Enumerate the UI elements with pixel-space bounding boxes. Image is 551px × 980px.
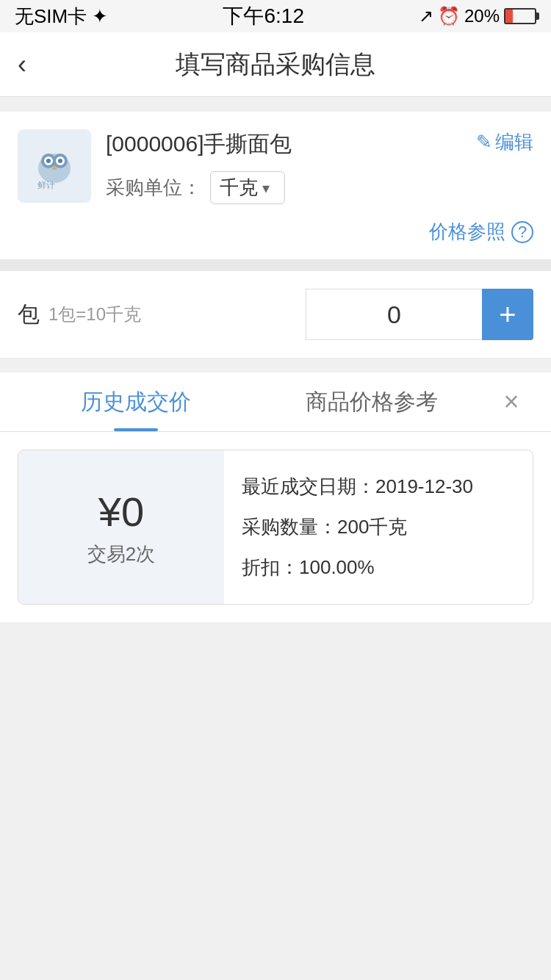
qty-label: 采购数量：: [242, 516, 337, 538]
unit-label: 采购单位：: [106, 175, 201, 201]
product-left: 鲜计 [0000006]手撕面包 采购单位： 千克 ▾: [18, 129, 292, 204]
price-detail-discount: 折扣：100.00%: [242, 553, 515, 582]
price-symbol: ¥: [98, 489, 121, 535]
product-info: [0000006]手撕面包 采购单位： 千克 ▾: [106, 129, 292, 204]
date-label: 最近成交日期：: [242, 475, 375, 497]
unit-select[interactable]: 千克 ▾: [210, 171, 285, 204]
price-ref-row: 价格参照 ?: [18, 219, 533, 245]
price-amount: ¥0: [98, 488, 144, 536]
edit-icon: ✎: [476, 131, 492, 154]
unit-sub-label: 1包=10千克: [48, 303, 141, 326]
section-divider: [0, 259, 551, 271]
page-title: 填写商品采购信息: [176, 48, 375, 82]
tab-active-indicator: [114, 428, 158, 431]
product-unit-row: 采购单位： 千克 ▾: [106, 171, 292, 204]
date-value: 2019-12-30: [375, 475, 473, 497]
product-name: [0000006]手撕面包: [106, 129, 292, 159]
price-card-right: 最近成交日期：2019-12-30 采购数量：200千克 折扣：100.00%: [224, 450, 533, 604]
product-logo: 鲜计: [29, 140, 80, 192]
price-detail-qty: 采购数量：200千克: [242, 513, 515, 541]
status-carrier: 无SIM卡 ✦: [15, 4, 108, 29]
chevron-down-icon: ▾: [262, 179, 270, 197]
status-right: ↗ ⏰ 20%: [419, 6, 536, 26]
discount-label: 折扣：: [242, 556, 299, 578]
main-content: [0, 622, 551, 980]
history-content: ¥0 交易2次 最近成交日期：2019-12-30 采购数量：200千克 折扣：…: [0, 432, 551, 622]
status-time: 下午6:12: [223, 2, 304, 30]
location-icon: ↗: [419, 6, 433, 26]
quantity-plus-button[interactable]: +: [482, 289, 533, 340]
qty-value: 200千克: [337, 516, 407, 538]
edit-button[interactable]: ✎ 编辑: [476, 129, 533, 155]
back-button[interactable]: ‹: [18, 49, 26, 80]
price-ref-link[interactable]: 价格参照: [429, 219, 505, 245]
close-icon: ×: [503, 386, 519, 417]
status-bar: 无SIM卡 ✦ 下午6:12 ↗ ⏰ 20%: [0, 0, 551, 32]
battery-percent: 20%: [464, 6, 500, 26]
unit-value: 千克: [220, 175, 258, 201]
svg-point-5: [46, 159, 51, 163]
tab-price-ref[interactable]: 商品价格参考: [253, 372, 489, 431]
quantity-input[interactable]: [306, 289, 482, 340]
edit-label: 编辑: [495, 129, 533, 155]
discount-value: 100.00%: [299, 556, 375, 578]
svg-text:鲜计: 鲜计: [37, 180, 55, 190]
price-card-left: ¥0 交易2次: [18, 450, 224, 604]
tab-history-price[interactable]: 历史成交价: [18, 372, 253, 431]
svg-point-6: [58, 159, 62, 163]
unit-main-label: 包: [18, 300, 40, 330]
tab-bar: 历史成交价 商品价格参考 ×: [0, 372, 551, 432]
alarm-icon: ⏰: [438, 6, 460, 26]
price-card: ¥0 交易2次 最近成交日期：2019-12-30 采购数量：200千克 折扣：…: [18, 450, 533, 605]
tab-history-label: 历史成交价: [81, 387, 191, 417]
tab-price-ref-label: 商品价格参考: [306, 387, 438, 417]
product-card: 鲜计 [0000006]手撕面包 采购单位： 千克 ▾ ✎ 编辑: [0, 112, 551, 259]
help-icon[interactable]: ?: [511, 221, 533, 243]
carrier-text: 无SIM卡 ✦: [15, 4, 108, 29]
quantity-left: 包 1包=10千克: [18, 300, 141, 330]
price-detail-date: 最近成交日期：2019-12-30: [242, 472, 515, 501]
product-image: 鲜计: [18, 129, 91, 203]
price-value: 0: [121, 489, 144, 535]
quantity-row: 包 1包=10千克 +: [0, 271, 551, 358]
price-trades: 交易2次: [87, 541, 155, 567]
product-header: 鲜计 [0000006]手撕面包 采购单位： 千克 ▾ ✎ 编辑: [18, 129, 533, 204]
tab-close-button[interactable]: ×: [489, 380, 533, 424]
nav-bar: ‹ 填写商品采购信息: [0, 32, 551, 97]
quantity-right: +: [306, 289, 533, 340]
battery-icon: [504, 8, 536, 24]
